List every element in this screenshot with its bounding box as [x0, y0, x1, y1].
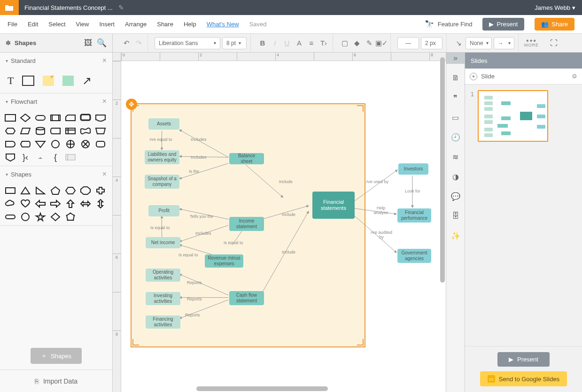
dock-theme-icon[interactable]: ◑: [450, 171, 461, 182]
menu-view[interactable]: View: [76, 21, 89, 28]
fc-internal[interactable]: [65, 126, 76, 136]
textformat-icon[interactable]: T›: [318, 38, 329, 48]
dock-layers-icon[interactable]: ≋: [450, 151, 461, 162]
italic-icon[interactable]: I: [270, 38, 280, 48]
dock-magic-icon[interactable]: ✨: [450, 230, 461, 241]
dock-comments-icon[interactable]: 💬: [450, 191, 461, 202]
close-icon[interactable]: ×: [102, 170, 107, 178]
sh-star[interactable]: [35, 212, 46, 222]
fontsize-select[interactable]: 8 pt▾: [222, 37, 247, 49]
fc-storage[interactable]: [50, 126, 61, 136]
node-investors[interactable]: Investors: [398, 163, 428, 175]
section-standard[interactable]: ▾Standard×: [0, 53, 112, 69]
dock-data-icon[interactable]: 🗄: [450, 210, 461, 222]
node-income[interactable]: Income statement: [229, 217, 264, 231]
fc-decision[interactable]: [20, 113, 31, 123]
menu-whatsnew[interactable]: What's New: [207, 21, 239, 28]
sh-circle[interactable]: [20, 212, 31, 222]
share-button[interactable]: 👥Share: [535, 18, 574, 31]
section-shapes[interactable]: ▾Shapes×: [0, 166, 112, 182]
close-icon[interactable]: ×: [102, 56, 107, 65]
linetype-icon[interactable]: ↘: [453, 38, 464, 48]
node-financing[interactable]: Financing activities: [146, 315, 180, 329]
slide-label[interactable]: Slide: [481, 73, 495, 80]
shapeopts-icon[interactable]: ▣✓: [376, 38, 387, 48]
font-select[interactable]: Liberation Sans▾: [155, 37, 220, 49]
sh-pill[interactable]: [5, 212, 16, 222]
node-finperf[interactable]: Financial performance: [397, 208, 431, 223]
import-data-button[interactable]: ⎘Import Data: [0, 369, 112, 392]
menu-share[interactable]: Share: [157, 21, 173, 28]
dock-history-icon[interactable]: 🕘: [450, 131, 461, 143]
fc-doc[interactable]: [95, 113, 106, 123]
pen-icon[interactable]: ✎: [364, 38, 374, 48]
slide-settings-icon[interactable]: ⚙: [572, 73, 577, 80]
shapefill-icon[interactable]: ▢: [340, 38, 350, 48]
add-slide-icon[interactable]: +: [470, 73, 477, 80]
edit-title-icon[interactable]: ✎: [118, 4, 124, 11]
note-shape[interactable]: [43, 76, 54, 86]
close-icon[interactable]: ×: [102, 97, 107, 106]
menu-arrange[interactable]: Arrange: [125, 21, 147, 28]
search-icon[interactable]: 🔍: [97, 38, 107, 48]
sh-cross[interactable]: [95, 186, 106, 195]
rect-shape[interactable]: [22, 76, 34, 86]
menu-edit[interactable]: Edit: [28, 21, 38, 28]
slide-thumbnail[interactable]: [478, 90, 548, 142]
node-liabilities[interactable]: Liabilities and owners equity: [145, 150, 179, 164]
image-icon[interactable]: 🖼: [84, 38, 92, 48]
text-shape[interactable]: T: [8, 75, 14, 87]
sh-rarrow[interactable]: [50, 199, 61, 208]
node-govagency[interactable]: Government agencies: [397, 249, 431, 263]
node-profit[interactable]: Profit: [148, 205, 179, 216]
fc-delay[interactable]: [5, 139, 16, 149]
fc-terminator[interactable]: [35, 113, 46, 123]
fc-or[interactable]: [80, 139, 91, 149]
folder-icon[interactable]: [0, 0, 19, 15]
sh-lrarrow[interactable]: [80, 199, 91, 208]
fc-brace-l[interactable]: {: [50, 153, 61, 162]
present-button[interactable]: ▶Present: [482, 18, 524, 31]
sh-udarrow[interactable]: [95, 199, 106, 208]
fc-process[interactable]: [5, 113, 16, 123]
node-cashflow[interactable]: Cash flow statement: [229, 291, 264, 305]
fc-manual[interactable]: [95, 126, 106, 136]
arrow-shape[interactable]: ↗: [82, 74, 92, 87]
send-google-slides-button[interactable]: ▭Send to Google Slides: [480, 371, 567, 386]
sh-larrow[interactable]: [35, 199, 46, 208]
align-icon[interactable]: ≡: [306, 38, 317, 48]
textcolor-icon[interactable]: A: [294, 38, 304, 48]
fc-tape[interactable]: [80, 126, 91, 136]
dock-quote-icon[interactable]: ❞: [450, 92, 461, 103]
slides-present-button[interactable]: ▶Present: [497, 352, 550, 367]
sh-cloud[interactable]: [5, 199, 16, 208]
fc-data[interactable]: [20, 126, 31, 136]
fc-card[interactable]: [65, 113, 76, 123]
fc-merge[interactable]: [35, 139, 46, 149]
fc-connector[interactable]: [50, 139, 61, 149]
undo-icon[interactable]: ↶: [121, 38, 132, 48]
block-shape[interactable]: [62, 76, 74, 86]
sh-rtri[interactable]: [35, 186, 46, 195]
node-financial-statements[interactable]: Financial statements: [312, 192, 355, 219]
diagram-frame[interactable]: ✥: [131, 103, 365, 347]
fc-callout[interactable]: [80, 113, 91, 123]
vertical-scrollbar[interactable]: [440, 57, 445, 283]
node-netincome[interactable]: Net income: [146, 237, 180, 248]
sh-tri[interactable]: [20, 186, 31, 195]
more-button[interactable]: •••MORE: [521, 39, 542, 47]
sh-diamond[interactable]: [50, 212, 61, 222]
linewidth-select[interactable]: 2 px: [421, 37, 442, 49]
menu-file[interactable]: File: [8, 21, 17, 28]
fc-offpage[interactable]: [5, 153, 16, 162]
dock-page-icon[interactable]: 🗎: [450, 72, 461, 84]
user-menu[interactable]: James Webb▾: [528, 4, 582, 11]
fc-hex[interactable]: [5, 126, 16, 136]
feature-find[interactable]: 🔭Feature Find: [425, 20, 473, 29]
collapse-dock-icon[interactable]: »: [446, 53, 465, 64]
node-snapshot[interactable]: Snapshot of a company: [145, 175, 179, 189]
arrowstart-select[interactable]: None▾: [466, 37, 492, 49]
menu-help[interactable]: Help: [184, 21, 196, 28]
sh-pent[interactable]: [50, 186, 61, 195]
fc-sum[interactable]: [65, 139, 76, 149]
